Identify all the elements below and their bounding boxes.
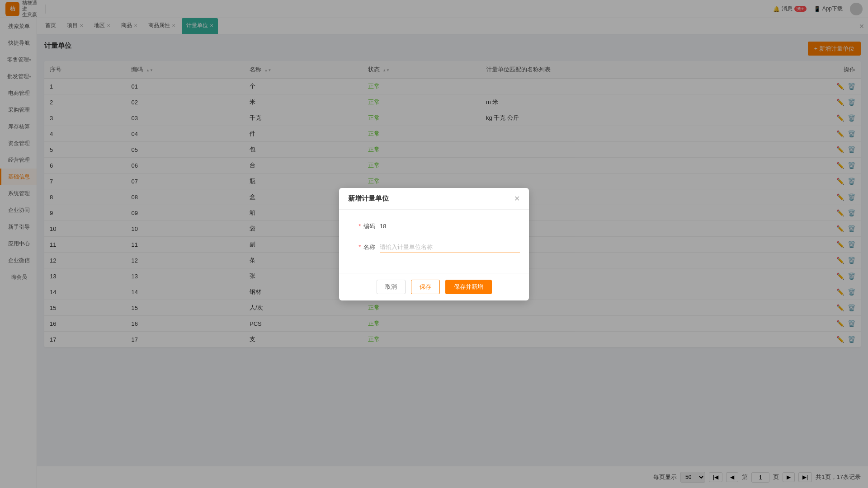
- cancel-button[interactable]: 取消: [377, 280, 406, 294]
- save-button[interactable]: 保存: [411, 280, 440, 294]
- dialog-footer: 取消 保存 保存并新增: [339, 273, 529, 300]
- dialog-header: 新增计量单位 ✕: [339, 188, 529, 210]
- dialog-title: 新增计量单位: [348, 194, 389, 203]
- dialog-overlay: 新增计量单位 ✕ * 编码 * 名称 取消 保存 保存并新增: [0, 0, 868, 488]
- add-unit-dialog: 新增计量单位 ✕ * 编码 * 名称 取消 保存 保存并新增: [339, 188, 529, 300]
- form-row-code: * 编码: [348, 221, 520, 232]
- form-row-name: * 名称: [348, 241, 520, 253]
- code-input[interactable]: [380, 221, 520, 232]
- form-code-label: * 编码: [348, 222, 375, 230]
- save-and-new-button[interactable]: 保存并新增: [445, 280, 492, 294]
- dialog-close-button[interactable]: ✕: [514, 194, 520, 203]
- dialog-body: * 编码 * 名称: [339, 210, 529, 273]
- form-name-label: * 名称: [348, 243, 375, 251]
- name-input[interactable]: [380, 241, 520, 253]
